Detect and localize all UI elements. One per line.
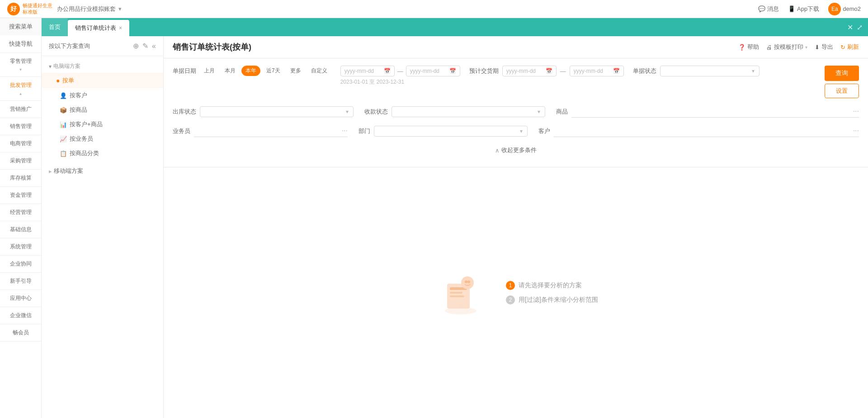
- empty-tips: 1 请先选择要分析的方案 2 用[过滤]条件来缩小分析范围: [506, 281, 598, 304]
- sidebar-item-basic[interactable]: 基础信息: [0, 221, 41, 238]
- sidebar-item-enterprise[interactable]: 企业协同: [0, 256, 41, 273]
- minimize-button[interactable]: ✕: [847, 23, 853, 32]
- expected-end-date-input[interactable]: yyyy-mm-dd 📅: [570, 66, 624, 76]
- payment-status-select[interactable]: ▾: [392, 106, 545, 117]
- out-status-select[interactable]: ▾: [200, 106, 354, 117]
- message-button[interactable]: 💬 消息: [758, 5, 779, 13]
- maximize-button[interactable]: ⤢: [857, 23, 863, 32]
- more-btn[interactable]: 更多: [286, 66, 305, 76]
- salesman-label: 业务员: [173, 127, 190, 135]
- sidebar-item-inventory[interactable]: 库存核算: [0, 170, 41, 187]
- add-plan-button[interactable]: ⊕: [133, 42, 139, 50]
- sidebar-system-label: 系统管理: [10, 243, 32, 251]
- calendar-icon: 📅: [384, 68, 391, 74]
- home-tab-label: 首页: [49, 23, 61, 31]
- print-template-button[interactable]: 🖨 按模板打印 ▾: [766, 43, 807, 51]
- customer-icon: 👤: [60, 92, 67, 99]
- tip-2: 2 用[过滤]条件来缩小分析范围: [506, 295, 598, 304]
- tab-home[interactable]: 首页: [42, 18, 68, 36]
- last-month-btn[interactable]: 上月: [200, 66, 219, 76]
- help-icon: ❓: [738, 44, 745, 51]
- right-content: 销售订单统计表(按单) ❓ 帮助 🖨 按模板打印 ▾ ⬇: [164, 36, 868, 418]
- page-title: 销售订单统计表(按单): [173, 42, 251, 52]
- last7days-btn[interactable]: 近7天: [262, 66, 284, 76]
- calendar3-icon: 📅: [546, 68, 552, 74]
- logo-text: 畅捷通好生意 标准版: [23, 3, 52, 14]
- refresh-button[interactable]: ↻ 刷新: [840, 43, 859, 51]
- chevron-icon: ▾: [19, 67, 22, 72]
- collapse-panel-button[interactable]: «: [152, 42, 156, 50]
- start-date-input[interactable]: yyyy-mm-dd 📅: [340, 66, 395, 76]
- customer-select[interactable]: ···: [554, 125, 859, 137]
- sidebar-item-appstore[interactable]: 应用中心: [0, 290, 41, 307]
- tab-close-button[interactable]: ×: [119, 25, 122, 31]
- tip-1: 1 请先选择要分析的方案: [506, 281, 598, 290]
- end-date-input[interactable]: yyyy-mm-dd 📅: [406, 66, 460, 76]
- plan-item-by-customer[interactable]: 👤 按客户: [42, 88, 163, 103]
- sidebar-item-finance[interactable]: 资金管理: [0, 187, 41, 204]
- empty-state: 1 请先选择要分析的方案 2 用[过滤]条件来缩小分析范围: [164, 167, 868, 418]
- goods-select[interactable]: ···: [571, 105, 859, 118]
- sidebar-item-purchase[interactable]: 采购管理: [0, 152, 41, 170]
- quick-nav[interactable]: 快捷导航: [0, 35, 41, 53]
- sidebar-item-newbie[interactable]: 新手引导: [0, 273, 41, 290]
- sidebar-enterprise-label: 企业协同: [10, 260, 32, 268]
- user-profile[interactable]: Ea demo2: [828, 3, 861, 15]
- plan-item-by-goods[interactable]: 📦 按商品: [42, 103, 163, 117]
- svg-point-6: [465, 280, 467, 283]
- sidebar-item-sales[interactable]: 销售管理: [0, 118, 41, 135]
- edit-plan-button[interactable]: ✎: [142, 42, 148, 50]
- sidebar-item-members[interactable]: 畅会员: [0, 324, 41, 342]
- mobile-section[interactable]: ▸ 移动端方案: [42, 164, 163, 178]
- tab-bar: 首页 销售订单统计表 × ✕ ⤢: [42, 18, 868, 36]
- this-year-btn[interactable]: 本年: [241, 66, 260, 76]
- logo-area: 好 畅捷通好生意 标准版: [7, 3, 52, 15]
- left-panel-header: 按以下方案查询 ⊕ ✎ «: [42, 36, 163, 56]
- logo-icon: 好: [7, 3, 20, 15]
- plan-item-by-order[interactable]: ● 按单: [42, 73, 163, 88]
- export-button[interactable]: ⬇ 导出: [815, 43, 833, 51]
- pc-section-title[interactable]: ▾ 电脑端方案: [42, 60, 163, 73]
- sidebar-marketing-label: 营销推广: [10, 105, 32, 113]
- query-button[interactable]: 查询: [825, 66, 859, 81]
- dept-select[interactable]: ▾: [374, 126, 528, 137]
- sidebar-members-label: 畅会员: [13, 329, 29, 337]
- date-label: 单据日期: [173, 67, 196, 75]
- content-area: 首页 销售订单统计表 × ✕ ⤢ 按以下方案查询 ⊕ ✎ «: [42, 18, 868, 418]
- sidebar-item-ecommerce[interactable]: 电商管理: [0, 135, 41, 152]
- breadcrumb: 办公用品行业模拟账套 ▾: [57, 5, 122, 13]
- plan-sub-item-label: 按商品: [70, 106, 87, 114]
- sidebar-purchase-label: 采购管理: [10, 157, 32, 165]
- filter-area: 单据日期 上月 本月 本年 近7天 更多 自定义: [164, 58, 868, 167]
- tip-num-2: 2: [506, 295, 515, 304]
- salesman-select[interactable]: ···: [194, 125, 348, 137]
- plan-item-by-category[interactable]: 📋 按商品分类: [42, 146, 163, 161]
- plan-item-by-customer-goods[interactable]: 📊 按客户+商品: [42, 117, 163, 132]
- sidebar-retail-label: 零售管理: [10, 57, 32, 65]
- goods-ellipsis: ···: [853, 107, 859, 115]
- sidebar-inventory-label: 库存核算: [10, 174, 32, 182]
- app-download-button[interactable]: 📱 App下载: [788, 5, 819, 13]
- tab-sales-stats[interactable]: 销售订单统计表 ×: [68, 20, 129, 36]
- page-container: 按以下方案查询 ⊕ ✎ « ▾ 电脑端方案 ● 按单: [42, 36, 868, 418]
- sidebar: 搜索菜单 快捷导航 零售管理 ▾ 批发管理 ▴ 营销推广 销售管理 电商管理 采…: [0, 18, 42, 418]
- this-month-btn[interactable]: 本月: [221, 66, 240, 76]
- phone-icon: 📱: [788, 5, 795, 12]
- sidebar-item-wholesale[interactable]: 批发管理 ▴: [0, 77, 41, 101]
- payment-status-arrow: ▾: [538, 109, 540, 115]
- status-label: 单据状态: [633, 67, 656, 75]
- sidebar-item-wechat[interactable]: 企业微信: [0, 307, 41, 324]
- expected-start-date-input[interactable]: yyyy-mm-dd 📅: [502, 66, 557, 76]
- chevron-down-icon[interactable]: ▾: [118, 5, 122, 12]
- status-select[interactable]: ▾: [660, 66, 760, 76]
- help-button[interactable]: ❓ 帮助: [738, 43, 759, 51]
- settings-button[interactable]: 设置: [825, 84, 859, 98]
- search-menu[interactable]: 搜索菜单: [0, 18, 41, 35]
- custom-btn[interactable]: 自定义: [307, 66, 331, 76]
- sidebar-item-marketing[interactable]: 营销推广: [0, 101, 41, 118]
- collapse-button[interactable]: ∧ 收起更多条件: [173, 141, 859, 160]
- sidebar-item-operations[interactable]: 经营管理: [0, 204, 41, 221]
- sidebar-item-system[interactable]: 系统管理: [0, 238, 41, 256]
- sidebar-item-retail[interactable]: 零售管理 ▾: [0, 53, 41, 77]
- plan-item-by-salesman[interactable]: 📈 按业务员: [42, 132, 163, 146]
